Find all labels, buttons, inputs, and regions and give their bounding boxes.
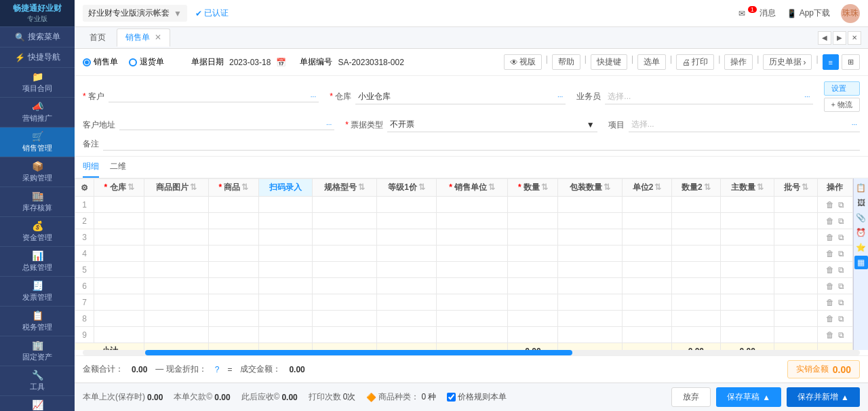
row-del-icon[interactable]: 🗑 (826, 314, 834, 324)
sidebar-item-assets[interactable]: 🏢 固定资产 (0, 336, 75, 366)
project-dots-icon[interactable]: ··· (852, 121, 857, 128)
th-gear[interactable]: ⚙ (75, 179, 94, 197)
sidebar-item-purchase[interactable]: 📦 采购管理 (0, 157, 75, 187)
row-del-icon[interactable]: 🗑 (826, 330, 834, 340)
tab-2d[interactable]: 二维 (110, 157, 126, 178)
row-copy-icon[interactable]: ⧉ (838, 233, 844, 242)
app-download-btn[interactable]: 📱 App下载 (787, 7, 830, 19)
tab-detail[interactable]: 明细 (83, 157, 99, 178)
row-del-icon[interactable]: 🗑 (826, 249, 834, 258)
rp-icon-3[interactable]: 📎 (854, 211, 868, 224)
row-del-icon[interactable]: 🗑 (826, 298, 834, 307)
rp-icon-2[interactable]: 🖼 (854, 196, 868, 210)
save-new-btn[interactable]: 保存并新增 ▲ (787, 387, 860, 407)
main-area: 好业财专业版演示帐套 ▼ ✔ 已认证 ✉ 1 消息 📱 App下载 珠珠 首页 (75, 0, 868, 411)
toolbar-btn-grid1[interactable]: ≡ (823, 54, 839, 70)
rp-icon-1[interactable]: 📋 (854, 181, 868, 195)
row-copy-icon[interactable]: ⧉ (838, 216, 844, 226)
invoice-select[interactable]: 不开票 ▼ (387, 117, 597, 132)
sidebar-item-capital[interactable]: 💰 资金管理 (0, 217, 75, 247)
tab-close-icon[interactable]: ✕ (155, 33, 161, 42)
warehouse-dots-icon[interactable]: ··· (557, 93, 563, 100)
rp-icon-4[interactable]: ⏰ (854, 226, 868, 239)
row-del-icon[interactable]: 🗑 (826, 265, 834, 275)
set-btn[interactable]: 设置 (824, 81, 860, 96)
row-del-icon[interactable]: 🗑 (826, 281, 834, 291)
row-copy-icon[interactable]: ⧉ (838, 249, 844, 258)
prev-order-item: 本单上次(保存时) 0.00 (83, 391, 163, 403)
sidebar-item-invoice[interactable]: 🧾 发票管理 (0, 277, 75, 307)
row-copy-icon[interactable]: ⧉ (838, 281, 844, 291)
sidebar-item-project[interactable]: 📁 项目合同 (0, 68, 75, 98)
tab-sales-order[interactable]: 销售单 ✕ (117, 28, 170, 47)
sidebar-item-operations[interactable]: 📈 经营管理 (0, 396, 75, 411)
realamount-val: 0.00 (833, 364, 851, 375)
rp-icon-6[interactable]: ▦ (854, 256, 868, 269)
toolbar-btn-grid2[interactable]: ⊞ (842, 54, 860, 70)
th-scan[interactable]: 扫码录入 (259, 179, 313, 197)
toolbar-btn-select[interactable]: 选单 (637, 54, 666, 70)
customer-dots-icon[interactable]: ··· (311, 93, 316, 100)
eye-icon: 👁 (510, 58, 518, 67)
divider3: | (630, 54, 635, 70)
customer-input[interactable]: ··· (108, 92, 319, 102)
sidebar-search[interactable]: 🔍 搜索菜单 (0, 27, 75, 47)
bottom-info: 本单上次(保存时) 0.00 本单欠款© 0.00 此后应收© 0.00 打印次… (83, 391, 507, 403)
remark-input[interactable] (103, 138, 860, 151)
th-pkg-qty: 包装数量⇅ (558, 179, 623, 197)
sidebar-item-inventory[interactable]: 🏬 库存核算 (0, 187, 75, 217)
row-copy-icon[interactable]: ⧉ (838, 265, 844, 275)
sidebar-quicknav[interactable]: ⚡ 快捷导航 (0, 47, 75, 68)
divider2: | (583, 54, 588, 70)
sidebar-item-sales[interactable]: 🛒 销售管理 (0, 128, 75, 157)
tab-close-btn[interactable]: ✕ (848, 31, 861, 45)
salesperson-dots-icon[interactable]: ··· (804, 93, 810, 100)
tab-home[interactable]: 首页 (81, 29, 114, 46)
message-btn[interactable]: ✉ 1 消息 (738, 7, 776, 19)
row-del-icon[interactable]: 🗑 (826, 233, 834, 242)
date-value: 2023-03-18 (229, 58, 271, 67)
h-scrollbar[interactable] (83, 350, 860, 355)
table-row: 3🗑⧉ (75, 229, 853, 246)
help-icon[interactable]: ? (215, 365, 220, 374)
phone-icon: 📱 (787, 9, 797, 18)
save-draft-btn[interactable]: 保存草稿 ▲ (716, 387, 781, 407)
address-input[interactable]: ··· (119, 119, 334, 130)
row-copy-icon[interactable]: ⧉ (838, 200, 844, 210)
tab-prev-btn[interactable]: ◀ (818, 31, 831, 45)
toolbar-btn-print[interactable]: 🖨打印 (676, 54, 714, 70)
row-copy-icon[interactable]: ⧉ (838, 298, 844, 307)
rp-icon-5[interactable]: ⭐ (854, 241, 868, 254)
sidebar-item-marketing[interactable]: 📣 营销推广 (0, 98, 75, 128)
radio-return[interactable]: 退货单 (129, 56, 164, 68)
address-dots-icon[interactable]: ··· (326, 121, 332, 128)
price-rule-checkbox[interactable]: 价格规则本单 (447, 391, 507, 403)
company-selector[interactable]: 好业财专业版演示帐套 ▼ (83, 5, 187, 22)
logistics-btn[interactable]: + 物流 (824, 98, 860, 112)
salesperson-input[interactable]: 选择... ··· (605, 90, 812, 104)
calendar-icon[interactable]: 📅 (276, 58, 286, 67)
gear-icon[interactable]: ⚙ (81, 183, 88, 193)
project-input[interactable]: 选择... ··· (629, 117, 860, 132)
sidebar-item-tax[interactable]: 📋 税务管理 (0, 307, 75, 336)
sidebar-item-accounting[interactable]: 📊 总账管理 (0, 247, 75, 277)
user-avatar[interactable]: 珠珠 (841, 4, 860, 23)
remark-label: 备注 (83, 138, 99, 150)
sidebar-item-invoice-label: 发票管理 (22, 292, 52, 302)
row-copy-icon[interactable]: ⧉ (838, 314, 844, 324)
warehouse-input[interactable]: 小业仓库 ··· (355, 90, 566, 104)
discard-btn[interactable]: 放弃 (671, 387, 711, 407)
tab-bar: 首页 销售单 ✕ ◀ ▶ ✕ (75, 27, 868, 49)
radio-sales[interactable]: 销售单 (83, 56, 118, 68)
toolbar-btn-shortcut[interactable]: 快捷键 (591, 54, 627, 70)
toolbar-btn-help[interactable]: 帮助 (552, 54, 580, 70)
row-copy-icon[interactable]: ⧉ (838, 330, 844, 340)
sidebar-item-tools[interactable]: 🔧 工具 (0, 366, 75, 396)
tab-next-btn[interactable]: ▶ (833, 31, 846, 45)
toolbar-btn-ops[interactable]: 操作 (724, 54, 753, 70)
row-del-icon[interactable]: 🗑 (826, 200, 834, 210)
toolbar-btn-history[interactable]: 历史单据› (763, 54, 812, 70)
row-del-icon[interactable]: 🗑 (826, 216, 834, 226)
price-rule-check[interactable] (447, 393, 456, 402)
toolbar-btn-view[interactable]: 👁视版 (504, 54, 542, 70)
